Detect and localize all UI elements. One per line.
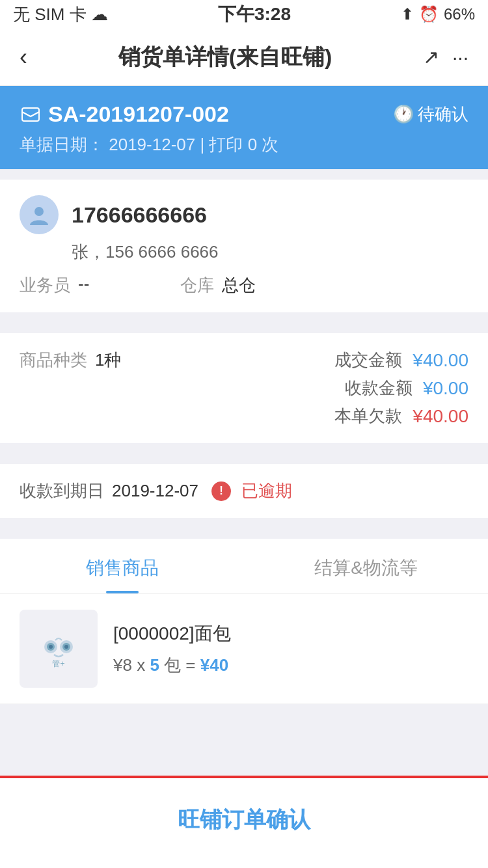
svg-rect-0 [22,108,39,121]
product-total: ¥40 [200,655,228,675]
tab-settlement[interactable]: 结算&物流等 [244,539,488,593]
transaction-value: ¥40.00 [413,350,468,371]
sales-value: -- [78,274,89,297]
overdue-text: 已逾期 [241,480,292,502]
payment-amount-row: 收款金额 ¥0.00 [345,377,468,400]
sales-label: 业务员 [20,274,70,297]
tab-sales[interactable]: 销售商品 [0,539,244,593]
transaction-amount-row: 成交金额 ¥40.00 [334,349,468,372]
order-number: SA-20191207-002 [20,102,229,127]
customer-section: 17666666666 张，156 6666 6666 业务员 -- 仓库 总仓 [0,180,488,312]
status-bar: 无 SIM 卡 ☁ 下午3:28 ⬆ ⏰ 66% [0,0,488,29]
product-info: [0000002]面包 ¥8 x 5 包 = ¥40 [113,621,468,677]
clock-icon: 🕐 [393,104,414,124]
status-bar-right: ⬆ ⏰ 66% [401,5,475,23]
status-bar-left: 无 SIM 卡 ☁ [13,3,108,26]
product-price: ¥8 x 5 包 = ¥40 [113,654,468,677]
due-section: 收款到期日 2019-12-07 ! 已逾期 [0,464,488,518]
tabs-section: 销售商品 结算&物流等 管+ [0,539,488,704]
divider-1 [0,312,488,323]
debt-amount-row: 本单欠款 ¥40.00 [334,405,468,427]
overdue-icon: ! [211,481,231,501]
battery-status: 66% [444,5,475,23]
location-icon: ⬆ [401,5,414,23]
transaction-label: 成交金额 [334,349,402,372]
alarm-icon: ⏰ [419,5,439,23]
divider-2 [0,443,488,454]
warehouse-value: 总仓 [222,274,256,297]
back-button[interactable]: ‹ [20,44,27,71]
svg-point-6 [49,645,53,649]
product-type: 商品种类 1种 [20,349,121,372]
product-name: [0000002]面包 [113,621,468,646]
svg-point-7 [64,645,68,649]
summary-right: 成交金额 ¥40.00 收款金额 ¥0.00 本单欠款 ¥40.00 [334,349,468,427]
header-card: SA-20191207-002 🕐 待确认 单据日期： 2019-12-07 |… [0,86,488,169]
share-icon[interactable]: ↗ [423,46,439,68]
confirm-button-wrap: 旺铺订单确认 [0,776,488,868]
product-thumbnail: 管+ [20,610,98,688]
status-bar-time: 下午3:28 [218,2,291,27]
nav-actions: ↗ ··· [423,46,468,68]
due-label: 收款到期日 [20,480,104,502]
product-item: 管+ [0000002]面包 ¥8 x 5 包 = ¥40 [0,594,488,704]
product-qty: 5 [150,655,159,675]
payment-label: 收款金额 [345,377,413,400]
sim-status: 无 SIM 卡 ☁ [13,3,108,26]
customer-name: 张，156 6666 6666 [72,241,468,264]
status-badge: 🕐 待确认 [393,103,468,126]
summary-left: 商品种类 1种 [20,349,121,372]
nav-bar: ‹ 销货单详情(来自旺铺) ↗ ··· [0,29,488,86]
page-title: 销货单详情(来自旺铺) [118,42,332,72]
more-icon[interactable]: ··· [452,46,468,68]
warehouse-label: 仓库 [180,274,214,297]
due-date: 2019-12-07 [112,481,198,501]
customer-phone: 17666666666 [72,202,207,228]
summary-section: 商品种类 1种 成交金额 ¥40.00 收款金额 ¥0.00 本单欠款 ¥40.… [0,333,488,443]
date-info: 单据日期： 2019-12-07 | 打印 0 次 [20,133,468,156]
tabs-row: 销售商品 结算&物流等 [0,539,488,594]
svg-text:管+: 管+ [52,659,64,668]
divider-3 [0,518,488,528]
order-icon [20,103,42,126]
svg-point-1 [34,207,44,216]
customer-meta: 业务员 -- 仓库 总仓 [20,274,468,297]
avatar [20,195,59,234]
debt-value: ¥40.00 [413,406,468,427]
confirm-button[interactable]: 旺铺订单确认 [20,791,468,848]
debt-label: 本单欠款 [334,405,402,427]
payment-value: ¥0.00 [423,378,468,399]
